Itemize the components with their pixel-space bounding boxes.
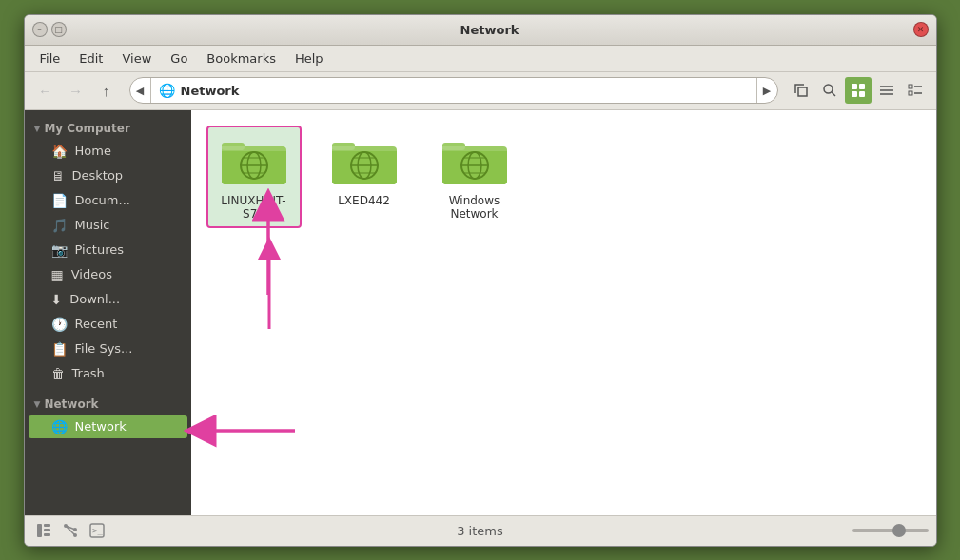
menubar: File Edit View Go Bookmarks Help [25,46,936,72]
maximize-button[interactable]: □ [51,22,67,37]
menu-go[interactable]: Go [163,48,195,68]
forward-button[interactable]: → [63,77,89,104]
svg-text:>_: >_ [92,526,103,535]
back-button[interactable]: ← [32,77,59,104]
svg-rect-43 [37,524,42,537]
sidebar-item-music[interactable]: 🎵 Music [29,214,187,237]
window-title: Network [67,23,913,37]
main-area: ▼ My Computer 🏠 Home 🖥 Desktop 📄 Docum..… [25,110,936,515]
show-tree-button[interactable] [59,519,82,542]
svg-rect-44 [44,524,50,527]
terminal-button[interactable]: >_ [86,519,108,542]
list-view-button[interactable] [873,77,900,104]
network-arrow: ▼ [34,399,41,409]
icon-view-button[interactable] [845,77,872,104]
sidebar-item-pictures[interactable]: 📷 Pictures [29,239,187,261]
menu-bookmarks[interactable]: Bookmarks [199,48,284,68]
folder-icon-linuxhint [220,133,288,190]
svg-point-0 [824,85,833,93]
location-bar: ◀ 🌐 Network ▶ [129,77,778,104]
search-button[interactable] [816,77,843,104]
location-content: 🌐 Network [151,83,756,98]
file-label-linuxhint: LINUXHINT-S70 [214,194,294,221]
sidebar-item-documents[interactable]: 📄 Docum... [29,189,187,212]
network-header: ▼ Network [25,386,191,415]
music-icon: 🎵 [51,218,68,233]
folder-icon-windows-network [441,133,509,190]
svg-rect-45 [44,529,50,531]
svg-rect-39 [442,146,507,151]
compact-view-button[interactable] [902,77,929,104]
home-icon: 🏠 [51,144,68,159]
file-item-lxed442[interactable]: LXED442 [317,126,412,228]
file-item-linuxhint[interactable]: LINUXHINT-S70 [206,126,302,228]
sidebar-item-filesystem[interactable]: 📋 File Sys... [29,338,187,360]
file-area: LINUXHINT-S70 LXED442 [191,110,936,515]
svg-rect-11 [909,91,912,95]
statusbar-left-controls: >_ [32,519,108,542]
sidebar-item-network[interactable]: 🌐 Network [29,415,187,438]
location-text: Network [181,84,240,98]
filesystem-icon: 📋 [51,341,68,357]
downloads-icon: ⬇ [51,292,63,307]
sidebar-item-home[interactable]: 🏠 Home [29,140,187,163]
window-controls: – □ [32,22,67,37]
show-places-button[interactable] [32,519,55,542]
up-button[interactable]: ↑ [93,77,120,104]
restore-button[interactable] [788,77,814,104]
minimize-button[interactable]: – [32,22,48,37]
network-icon: 🌐 [51,419,68,434]
file-label-windows-network: Windows Network [435,194,515,221]
videos-icon: ▦ [51,267,64,282]
menu-help[interactable]: Help [287,48,331,68]
my-computer-header: ▼ My Computer [25,110,191,139]
file-item-windows-network[interactable]: Windows Network [427,126,522,228]
svg-rect-9 [909,85,912,88]
close-button[interactable]: ✕ [913,22,929,37]
svg-rect-5 [859,91,865,97]
file-label-lxed442: LXED442 [338,194,390,207]
statusbar-item-count: 3 items [116,524,845,538]
my-computer-arrow: ▼ [34,124,41,133]
svg-rect-2 [852,84,857,89]
toolbar: ← → ↑ ◀ 🌐 Network ▶ [25,72,936,110]
pictures-icon: 📷 [51,242,68,258]
trash-icon: 🗑 [51,366,65,381]
sidebar-item-desktop[interactable]: 🖥 Desktop [29,164,187,187]
statusbar: >_ 3 items [25,515,936,546]
statusbar-zoom [852,529,929,532]
sidebar-item-trash[interactable]: 🗑 Trash [29,362,187,385]
zoom-slider[interactable] [852,529,929,532]
sidebar-item-recent[interactable]: 🕐 Recent [29,313,187,336]
sidebar-item-downloads[interactable]: ⬇ Downl... [29,288,187,311]
main-window: – □ Network ✕ File Edit View Go Bookmark… [24,14,937,547]
annotation-arrows [191,110,936,515]
recent-icon: 🕐 [51,317,68,332]
svg-rect-30 [332,146,397,151]
svg-line-1 [832,92,835,96]
toolbar-view-controls [788,77,929,104]
folder-icon-lxed442 [330,133,399,190]
svg-rect-3 [859,84,865,89]
location-left-arrow[interactable]: ◀ [130,77,151,104]
documents-icon: 📄 [51,193,68,208]
desktop-icon: 🖥 [51,168,65,183]
location-globe-icon: 🌐 [159,83,175,98]
titlebar: – □ Network ✕ [25,15,936,46]
svg-rect-46 [44,533,50,536]
sidebar-item-videos[interactable]: ▦ Videos [29,263,187,286]
svg-rect-4 [852,91,857,97]
menu-edit[interactable]: Edit [71,48,110,68]
sidebar: ▼ My Computer 🏠 Home 🖥 Desktop 📄 Docum..… [25,110,191,515]
menu-view[interactable]: View [114,48,159,68]
svg-rect-21 [222,146,286,151]
menu-file[interactable]: File [32,48,69,68]
location-right-arrow[interactable]: ▶ [756,77,777,104]
